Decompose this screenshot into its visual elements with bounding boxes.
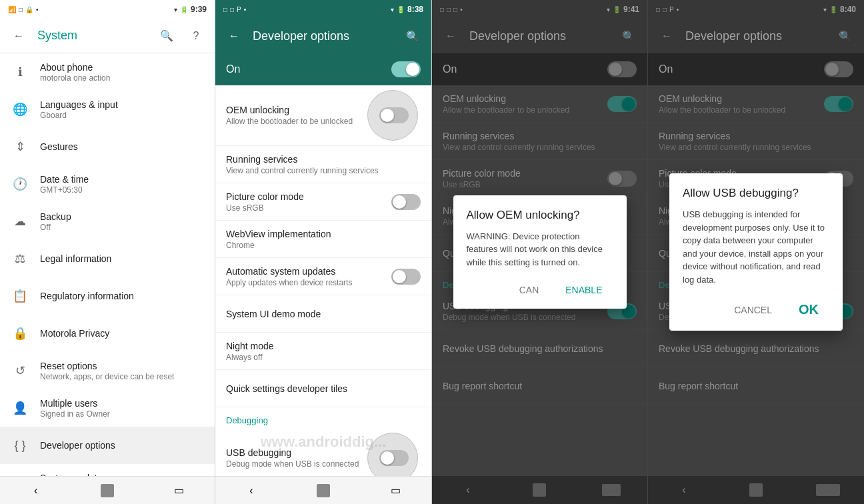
back-nav-2[interactable]: ‹: [238, 480, 265, 501]
dev-toggle-colormode[interactable]: [391, 194, 421, 210]
nav-bar-2: ‹ ▭: [215, 476, 431, 504]
settings-item-datetime[interactable]: 🕐 Date & time GMT+05:30: [0, 165, 215, 203]
settings-subtitle-backup: Off: [40, 223, 204, 232]
settings-text-users: Multiple users Signed in as Owner: [40, 398, 204, 419]
dev-item-uidemo[interactable]: System UI demo mode: [215, 295, 431, 333]
languages-icon: 🌐: [11, 100, 29, 119]
battery-icon-2: 🔋: [397, 6, 405, 13]
screen-developer-options-2: □ □ □ • ▾ 🔋 9:41 ← Developer options 🔍 O…: [432, 0, 648, 504]
settings-title-datetime: Date & time: [40, 174, 204, 185]
dialog-cancel-oem[interactable]: Can: [509, 279, 550, 301]
settings-text-languages: Languages & input Gboard: [40, 99, 204, 120]
help-button-1[interactable]: ?: [185, 25, 207, 47]
dialog-body-usb: USB debugging is intended for developmen…: [683, 208, 829, 286]
settings-title-reset: Reset options: [40, 361, 204, 371]
settings-item-users[interactable]: 👤 Multiple users Signed in as Owner: [0, 389, 215, 427]
dev-item-colormode[interactable]: Picture color mode Use sRGB: [215, 183, 431, 221]
dev-item-subtitle-oem: Allow the bootloader to be unlocked: [226, 117, 362, 126]
dev-item-title-autoupdate: Automatic system updates: [226, 266, 386, 277]
dialog-actions-oem: Can Enable: [467, 279, 613, 301]
signal-icon-2: □: [223, 6, 227, 13]
dev-item-text-quicktiles: Quick settings developer tiles: [226, 383, 415, 394]
settings-item-about[interactable]: ℹ About phone motorola one action: [0, 53, 215, 91]
dev-on-toggle-1[interactable]: [391, 61, 421, 77]
dev-toggle-usb[interactable]: [379, 450, 409, 466]
dev-item-oem[interactable]: OEM unlocking Allow the bootloader to be…: [215, 85, 431, 146]
recents-nav-2[interactable]: ▭: [382, 480, 409, 501]
dialog-title-usb: Allow USB debugging?: [683, 187, 829, 200]
users-icon: 👤: [11, 399, 29, 417]
home-nav-1[interactable]: [94, 480, 121, 501]
dev-item-nightmode[interactable]: Night mode Always off: [215, 333, 431, 370]
dev-on-toggle-row-1[interactable]: On: [215, 53, 431, 85]
dialog-overlay-oem: Allow OEM unlocking? WARNING: Device pro…: [432, 0, 647, 504]
about-icon: ℹ: [11, 63, 29, 81]
sim-icon: 📶: [8, 6, 16, 13]
dialog-oem: Allow OEM unlocking? WARNING: Device pro…: [453, 195, 627, 309]
dev-item-autoupdate[interactable]: Automatic system updates Apply updates w…: [215, 258, 431, 295]
dialog-confirm-oem[interactable]: Enable: [555, 279, 613, 301]
dev-toggle-thumb-oem: [381, 109, 394, 122]
settings-title-gestures: Gestures: [40, 141, 204, 152]
settings-item-developer[interactable]: { } Developer options: [0, 427, 215, 464]
search-button-1[interactable]: 🔍: [156, 25, 177, 47]
privacy-icon: 🔒: [11, 324, 29, 343]
settings-subtitle-about: motorola one action: [40, 73, 204, 83]
dev-item-text-oem: OEM unlocking Allow the bootloader to be…: [226, 105, 362, 126]
dev-toggle-thumb-usb: [381, 451, 394, 465]
dialog-body-oem: WARNING: Device protection features will…: [467, 230, 613, 269]
settings-text-regulatory: Regulatory information: [40, 291, 204, 301]
dev-item-usb[interactable]: USB debugging Debug mode when USB is con…: [215, 428, 431, 476]
settings-item-gestures[interactable]: ⇕ Gestures: [0, 128, 215, 165]
screen-developer-options-3: □ □ P • ▾ 🔋 8:40 ← Developer options 🔍 O…: [648, 0, 864, 504]
dev-item-text-autoupdate: Automatic system updates Apply updates w…: [226, 266, 386, 287]
back-nav-1[interactable]: ‹: [23, 480, 49, 501]
dev-item-quicktiles[interactable]: Quick settings developer tiles: [215, 370, 431, 407]
settings-item-backup[interactable]: ☁ Backup Off: [0, 203, 215, 240]
settings-item-sysupdate[interactable]: 📱 System updates Updated to Android 9: [0, 464, 215, 476]
dev-item-webview[interactable]: WebView implementation Chrome: [215, 221, 431, 258]
dev-toggle-thumb-autoupdate: [393, 270, 406, 283]
dev-item-running[interactable]: Running services View and control curren…: [215, 146, 431, 183]
settings-item-legal[interactable]: ⚖ Legal information: [0, 240, 215, 277]
screen-developer-options-1: □ □ P • ▾ 🔋 8:38 ← Developer options 🔍 O…: [215, 0, 432, 504]
settings-subtitle-languages: Gboard: [40, 111, 204, 120]
status-icons-left-2: □ □ P •: [223, 6, 246, 13]
back-button-1[interactable]: ←: [8, 25, 29, 47]
dialog-cancel-usb[interactable]: Cancel: [723, 297, 783, 323]
settings-text-backup: Backup Off: [40, 211, 204, 232]
dev-item-title-colormode: Picture color mode: [226, 191, 386, 202]
dev-item-text-uidemo: System UI demo mode: [226, 309, 415, 319]
regulatory-icon: 📋: [11, 287, 29, 305]
status-icons-right-1: ▾ 🔋 9:39: [174, 5, 207, 14]
dev-item-text-nightmode: Night mode Always off: [226, 341, 415, 362]
screen-system-settings: 📶 □ 🔒 • ▾ 🔋 9:39 ← System 🔍 ? ℹ About ph…: [0, 0, 215, 504]
wifi-icon-2: ▾: [391, 6, 394, 13]
search-button-2[interactable]: 🔍: [402, 25, 423, 47]
battery-icon: 🔋: [180, 6, 188, 13]
dev-item-title-quicktiles: Quick settings developer tiles: [226, 383, 415, 394]
settings-item-moto-privacy[interactable]: 🔒 Motorola Privacy: [0, 315, 215, 352]
dev-item-subtitle-autoupdate: Apply updates when device restarts: [226, 278, 386, 287]
dialog-usb: Allow USB debugging? USB debugging is in…: [669, 173, 843, 331]
back-button-2[interactable]: ←: [223, 25, 245, 47]
dev-item-subtitle-webview: Chrome: [226, 241, 415, 250]
status-icons-right-2: ▾ 🔋 8:38: [391, 5, 423, 14]
dev-toggle-autoupdate[interactable]: [391, 269, 421, 285]
dev-toggle-oem[interactable]: [379, 107, 409, 123]
settings-item-regulatory[interactable]: 📋 Regulatory information: [0, 277, 215, 315]
settings-item-languages[interactable]: 🌐 Languages & input Gboard: [0, 91, 215, 128]
settings-text-legal: Legal information: [40, 253, 204, 264]
screens-right: □ □ □ • ▾ 🔋 9:41 ← Developer options 🔍 O…: [432, 0, 864, 504]
home-nav-2[interactable]: [310, 480, 337, 501]
recents-nav-1[interactable]: ▭: [165, 480, 192, 501]
dev-item-text-running: Running services View and control curren…: [226, 154, 415, 175]
settings-list-1: ℹ About phone motorola one action 🌐 Lang…: [0, 53, 215, 476]
nav-bar-1: ‹ ▭: [0, 476, 215, 504]
dev-item-text-webview: WebView implementation Chrome: [226, 229, 415, 250]
dev-item-title-webview: WebView implementation: [226, 229, 415, 239]
dialog-ok-usb[interactable]: OK: [788, 297, 829, 323]
status-time-1: 9:39: [191, 5, 207, 14]
developer-icon: { }: [11, 436, 29, 455]
settings-item-reset[interactable]: ↺ Reset options Network, apps, or device…: [0, 352, 215, 389]
